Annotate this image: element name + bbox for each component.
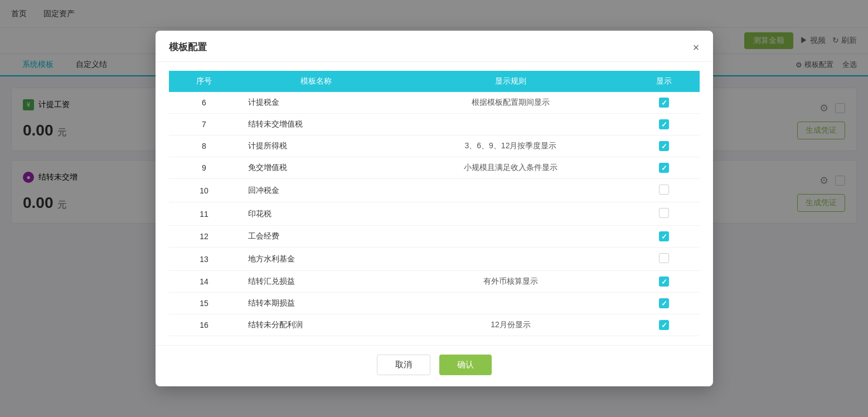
row-checkbox-cell: [629, 135, 700, 157]
cancel-button[interactable]: 取消: [377, 355, 430, 375]
row-checkbox[interactable]: [659, 141, 669, 151]
row-name: 工会经费: [239, 226, 392, 248]
row-checkbox-cell: [629, 271, 700, 293]
row-index: 12: [169, 226, 240, 248]
table-row: 11印花税: [169, 202, 700, 226]
row-rule: 12月份显示: [392, 314, 628, 336]
row-rule: [392, 226, 628, 248]
row-checkbox[interactable]: [659, 208, 669, 218]
row-checkbox[interactable]: [659, 98, 669, 108]
row-rule: [392, 293, 628, 314]
row-index: 14: [169, 271, 240, 293]
row-rule: [392, 202, 628, 226]
modal-footer: 取消 确认: [156, 345, 713, 386]
row-index: 7: [169, 114, 240, 135]
row-checkbox-cell: [629, 92, 700, 114]
col-header-show: 显示: [629, 71, 700, 92]
table-row: 7结转未交增值税: [169, 114, 700, 135]
row-checkbox[interactable]: [659, 163, 669, 173]
table-row: 8计提所得税3、6、9、12月按季度显示: [169, 135, 700, 157]
row-rule: [392, 248, 628, 271]
row-checkbox[interactable]: [659, 119, 669, 129]
row-rule: 3、6、9、12月按季度显示: [392, 135, 628, 157]
table-row: 16结转未分配利润12月份显示: [169, 314, 700, 336]
row-rule: 根据模板配置期间显示: [392, 92, 628, 114]
row-rule: 小规模且满足收入条件显示: [392, 157, 628, 179]
row-checkbox-cell: [629, 179, 700, 202]
col-header-rule: 显示规则: [392, 71, 628, 92]
row-name: 结转未交增值税: [239, 114, 392, 135]
table-row: 12工会经费: [169, 226, 700, 248]
row-checkbox[interactable]: [659, 298, 669, 308]
modal-close-button[interactable]: ×: [693, 42, 700, 53]
table-row: 14结转汇兑损益有外币核算显示: [169, 271, 700, 293]
row-index: 9: [169, 157, 240, 179]
row-index: 6: [169, 92, 240, 114]
modal-template-config: 模板配置 × 序号 模板名称 显示规则 显示 6计提税金根据模板配置期间显: [156, 31, 713, 386]
table-row: 10回冲税金: [169, 179, 700, 202]
table-scroll-container[interactable]: 序号 模板名称 显示规则 显示 6计提税金根据模板配置期间显示7结转未交增值税8…: [169, 71, 700, 336]
row-name: 印花税: [239, 202, 392, 226]
row-checkbox[interactable]: [659, 231, 669, 241]
row-rule: 有外币核算显示: [392, 271, 628, 293]
row-rule: [392, 179, 628, 202]
row-checkbox[interactable]: [659, 253, 669, 263]
row-name: 结转汇兑损益: [239, 271, 392, 293]
row-checkbox[interactable]: [659, 320, 669, 330]
row-name: 结转本期损益: [239, 293, 392, 314]
col-header-name: 模板名称: [239, 71, 392, 92]
row-checkbox-cell: [629, 226, 700, 248]
row-name: 地方水利基金: [239, 248, 392, 271]
row-checkbox-cell: [629, 314, 700, 336]
row-checkbox[interactable]: [659, 185, 669, 195]
table-row: 15结转本期损益: [169, 293, 700, 314]
row-name: 计提所得税: [239, 135, 392, 157]
row-index: 10: [169, 179, 240, 202]
row-index: 11: [169, 202, 240, 226]
row-index: 8: [169, 135, 240, 157]
row-checkbox-cell: [629, 202, 700, 226]
row-name: 回冲税金: [239, 179, 392, 202]
row-checkbox-cell: [629, 293, 700, 314]
config-table: 序号 模板名称 显示规则 显示 6计提税金根据模板配置期间显示7结转未交增值税8…: [169, 71, 700, 336]
row-index: 16: [169, 314, 240, 336]
row-index: 13: [169, 248, 240, 271]
row-index: 15: [169, 293, 240, 314]
row-name: 计提税金: [239, 92, 392, 114]
modal-overlay: 模板配置 × 序号 模板名称 显示规则 显示 6计提税金根据模板配置期间显: [0, 0, 868, 417]
modal-title: 模板配置: [169, 41, 207, 54]
modal-body: 序号 模板名称 显示规则 显示 6计提税金根据模板配置期间显示7结转未交增值税8…: [156, 62, 713, 345]
col-header-index: 序号: [169, 71, 240, 92]
confirm-button[interactable]: 确认: [439, 355, 492, 375]
row-checkbox-cell: [629, 114, 700, 135]
modal-header: 模板配置 ×: [156, 31, 713, 62]
row-name: 结转未分配利润: [239, 314, 392, 336]
row-name: 免交增值税: [239, 157, 392, 179]
row-checkbox-cell: [629, 157, 700, 179]
table-header: 序号 模板名称 显示规则 显示: [169, 71, 700, 92]
table-body: 6计提税金根据模板配置期间显示7结转未交增值税8计提所得税3、6、9、12月按季…: [169, 92, 700, 336]
table-row: 9免交增值税小规模且满足收入条件显示: [169, 157, 700, 179]
table-row: 6计提税金根据模板配置期间显示: [169, 92, 700, 114]
row-checkbox[interactable]: [659, 277, 669, 287]
row-rule: [392, 114, 628, 135]
row-checkbox-cell: [629, 248, 700, 271]
table-row: 13地方水利基金: [169, 248, 700, 271]
